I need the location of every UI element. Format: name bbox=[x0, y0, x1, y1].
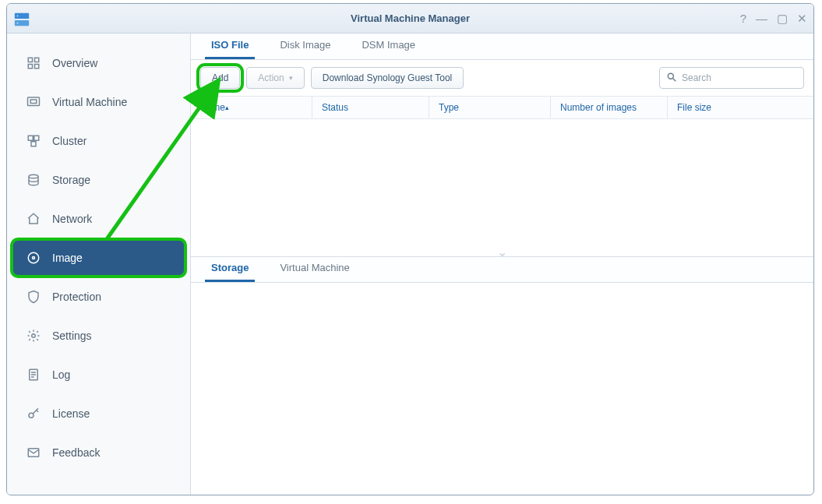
cluster-icon bbox=[26, 133, 41, 149]
close-icon[interactable]: ✕ bbox=[797, 4, 807, 33]
window-title: Virtual Machine Manager bbox=[7, 4, 813, 33]
search-box[interactable] bbox=[659, 67, 804, 89]
action-button-label: Action bbox=[258, 72, 284, 83]
app-window: Virtual Machine Manager ? — ▢ ✕ Overview… bbox=[6, 3, 814, 495]
download-guest-tool-button[interactable]: Download Synology Guest Tool bbox=[311, 67, 464, 89]
svg-point-15 bbox=[33, 257, 35, 259]
svg-rect-7 bbox=[35, 65, 39, 69]
svg-line-24 bbox=[673, 78, 676, 81]
svg-point-16 bbox=[32, 334, 36, 338]
tab-dsm-image[interactable]: DSM Image bbox=[355, 32, 422, 59]
vm-icon bbox=[26, 94, 41, 110]
main-pane: ISO File Disk Image DSM Image Add Action… bbox=[191, 33, 813, 495]
sidebar-item-storage[interactable]: Storage bbox=[12, 161, 185, 199]
sidebar-item-overview[interactable]: Overview bbox=[12, 44, 185, 82]
sidebar-item-label: Cluster bbox=[52, 135, 86, 147]
sidebar-item-label: Protection bbox=[52, 291, 101, 303]
column-header-number-of-images[interactable]: Number of images bbox=[551, 97, 668, 118]
svg-rect-5 bbox=[35, 58, 39, 62]
action-button[interactable]: Action ▾ bbox=[246, 67, 304, 89]
dashboard-icon bbox=[26, 55, 41, 71]
sidebar-item-label: License bbox=[52, 407, 90, 420]
chevron-down-icon: ▾ bbox=[289, 74, 293, 82]
titlebar: Virtual Machine Manager ? — ▢ ✕ bbox=[7, 4, 813, 33]
search-input[interactable] bbox=[682, 72, 799, 83]
column-header-type[interactable]: Type bbox=[429, 97, 551, 118]
sidebar-item-label: Log bbox=[52, 368, 70, 381]
svg-rect-6 bbox=[28, 65, 32, 69]
svg-point-14 bbox=[28, 252, 39, 263]
svg-point-23 bbox=[668, 73, 673, 79]
search-icon bbox=[666, 72, 677, 85]
column-header-status[interactable]: Status bbox=[312, 97, 429, 118]
shield-icon bbox=[26, 289, 41, 305]
disc-icon bbox=[26, 250, 41, 266]
sidebar-item-protection[interactable]: Protection bbox=[12, 278, 185, 315]
sidebar-item-virtual-machine[interactable]: Virtual Machine bbox=[12, 83, 185, 121]
sidebar-item-label: Overview bbox=[52, 57, 97, 69]
grid-body-empty bbox=[191, 119, 813, 250]
bottom-tab-virtual-machine[interactable]: Virtual Machine bbox=[273, 255, 355, 282]
help-icon[interactable]: ? bbox=[740, 4, 746, 33]
svg-rect-9 bbox=[30, 100, 37, 104]
bottom-tabs: Storage Virtual Machine bbox=[191, 256, 813, 283]
grid-header: Name Status Type Number of images File s… bbox=[191, 96, 813, 119]
sidebar-item-label: Settings bbox=[52, 330, 92, 342]
sidebar-item-label: Image bbox=[52, 252, 83, 264]
svg-rect-10 bbox=[28, 136, 33, 140]
sidebar-item-log[interactable]: Log bbox=[12, 356, 185, 393]
key-icon bbox=[26, 406, 41, 421]
svg-point-13 bbox=[29, 174, 38, 178]
sidebar-item-label: Feedback bbox=[52, 446, 100, 459]
sidebar-item-settings[interactable]: Settings bbox=[12, 317, 185, 354]
sidebar-item-image[interactable]: Image bbox=[12, 239, 185, 277]
network-icon bbox=[26, 211, 41, 227]
app-icon bbox=[13, 10, 30, 27]
log-icon bbox=[26, 367, 41, 382]
svg-rect-8 bbox=[28, 97, 40, 106]
splitter[interactable]: ⌄ bbox=[191, 250, 813, 256]
sidebar-item-license[interactable]: License bbox=[12, 395, 185, 432]
column-header-name[interactable]: Name bbox=[191, 97, 312, 118]
maximize-icon[interactable]: ▢ bbox=[777, 4, 788, 33]
add-button[interactable]: Add bbox=[200, 67, 240, 89]
gear-icon bbox=[26, 328, 41, 344]
bottom-pane bbox=[191, 283, 813, 495]
svg-rect-12 bbox=[31, 142, 36, 146]
sidebar-item-network[interactable]: Network bbox=[12, 200, 185, 238]
storage-icon bbox=[26, 172, 41, 188]
svg-point-21 bbox=[29, 413, 34, 418]
sidebar: Overview Virtual Machine Cluster Storage… bbox=[7, 33, 191, 495]
mail-icon bbox=[26, 445, 41, 460]
tab-iso-file[interactable]: ISO File bbox=[205, 32, 255, 59]
svg-point-3 bbox=[17, 23, 19, 24]
column-header-file-size[interactable]: File size bbox=[668, 97, 813, 118]
window-controls: ? — ▢ ✕ bbox=[740, 4, 807, 33]
svg-point-2 bbox=[17, 16, 19, 17]
top-tabs: ISO File Disk Image DSM Image bbox=[191, 33, 813, 60]
sidebar-item-cluster[interactable]: Cluster bbox=[12, 122, 185, 160]
sidebar-item-label: Virtual Machine bbox=[52, 96, 127, 108]
toolbar: Add Action ▾ Download Synology Guest Too… bbox=[191, 60, 813, 96]
bottom-tab-storage[interactable]: Storage bbox=[205, 255, 255, 282]
sidebar-item-label: Network bbox=[52, 213, 92, 225]
sidebar-item-feedback[interactable]: Feedback bbox=[12, 434, 185, 471]
minimize-icon[interactable]: — bbox=[756, 4, 767, 33]
tab-disk-image[interactable]: Disk Image bbox=[273, 32, 337, 59]
sidebar-item-label: Storage bbox=[52, 174, 90, 186]
splitter-handle-icon: ⌄ bbox=[492, 250, 513, 256]
svg-rect-11 bbox=[34, 136, 39, 140]
svg-rect-4 bbox=[28, 58, 32, 62]
